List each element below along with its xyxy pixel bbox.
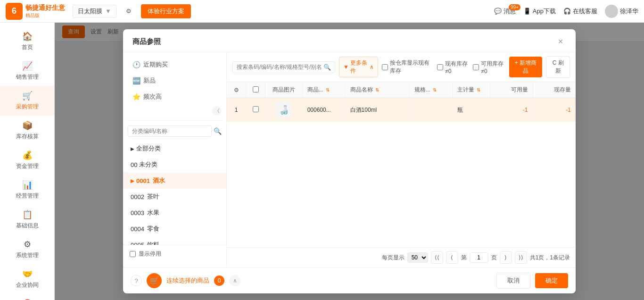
cart-button[interactable]: 🛒 [147, 273, 162, 288]
sidebar-label-home: 首页 [22, 43, 33, 51]
category-item-fruit[interactable]: 0003 水果 [123, 205, 226, 221]
row-name-cell: 白酒100ml [345, 98, 409, 122]
row-checkbox-cell[interactable] [246, 98, 265, 122]
inventory-icon: 📦 [22, 120, 33, 131]
product-search-input[interactable] [237, 64, 322, 70]
search-icon[interactable]: 🔍 [323, 64, 331, 71]
col-spec-header[interactable]: 规格... ⇅ [409, 82, 452, 98]
sidebar-item-sales[interactable]: 📈 销售管理 [0, 56, 54, 86]
footer-collapse-button[interactable]: ∧ [229, 275, 240, 286]
main-layout: 🏠 首页 📈 销售管理 🛒 采购管理 📦 库存核算 💰 资金管理 📊 经营管理 … [0, 23, 644, 300]
show-disabled-checkbox[interactable] [130, 251, 136, 257]
sidebar-item-basic-info[interactable]: 📋 基础信息 [0, 205, 54, 234]
sidebar-item-system[interactable]: ⚙ 系统管理 [0, 234, 54, 264]
sidebar-item-purchase[interactable]: 🛒 采购管理 [0, 86, 54, 116]
sidebar-label-finance: 资金管理 [16, 162, 39, 170]
sidebar-item-enterprise[interactable]: 🤝 企业协同 [0, 264, 54, 294]
logo-icon: 6 [6, 3, 23, 20]
col-name-header[interactable]: 商品名称 ⇅ [345, 82, 409, 98]
page-suffix-label: 页 [491, 254, 497, 262]
row-available-cell: -1 [490, 98, 533, 122]
online-service-nav-item[interactable]: 🎧 在线客服 [563, 7, 597, 16]
current-stock-checkbox-group[interactable]: 现有库存≠0 [437, 60, 469, 75]
col-settings[interactable]: ⚙ [227, 82, 246, 98]
sidebar-item-operation[interactable]: 📊 经营管理 [0, 175, 54, 205]
available-stock-checkbox-group[interactable]: 可用库存≠0 [473, 60, 505, 75]
cart-icon: 🛒 [149, 276, 159, 285]
dialog-close-button[interactable]: × [555, 36, 566, 47]
app-download-nav-item[interactable]: 📱 App下载 [523, 7, 556, 16]
category-item-all[interactable]: ▶ 全部分类 [123, 141, 226, 157]
panel-divider [128, 120, 222, 121]
sidebar-label-enterprise: 企业协同 [16, 281, 39, 289]
page-number-input[interactable] [470, 252, 488, 263]
category-snack-name: 零食 [147, 225, 159, 233]
frequent-tab[interactable]: ⭐ 频次高 [128, 89, 222, 104]
cancel-button[interactable]: 取消 [496, 273, 530, 289]
col-select-all[interactable] [246, 82, 265, 98]
category-item-beverage[interactable]: 0005 饮料 [123, 237, 226, 245]
help-button[interactable]: ? [131, 275, 142, 286]
sidebar-label-operation: 经营管理 [16, 192, 39, 200]
trial-button[interactable]: 体验行业方案 [141, 4, 191, 18]
row-checkbox[interactable] [253, 106, 259, 112]
refresh-button[interactable]: C 刷新 [546, 56, 570, 78]
row-image-cell: 🍶 [265, 98, 302, 122]
row-unit-cell: 瓶 [452, 98, 490, 122]
col-image-header: 商品图片 [265, 82, 302, 98]
store-dropdown-arrow: ▼ [105, 8, 111, 15]
warehouse-stock-checkbox-group[interactable]: 按仓库显示现有库存 [382, 59, 433, 75]
dialog-footer: ? 🛒 连续选择的商品 0 ∧ 取消 确定 [123, 267, 576, 293]
recent-icon: 🕐 [132, 61, 140, 68]
product-reference-dialog: 商品参照 × 🕐 近期购买 🆕 [123, 29, 576, 293]
filter-button[interactable]: ▼ 更多条件 ∧ [339, 57, 378, 77]
recent-purchase-tab[interactable]: 🕐 近期购买 [128, 57, 222, 72]
message-badge: 99+ [509, 4, 520, 10]
table-row[interactable]: 1 🍶 000600... 白酒100ml [227, 98, 576, 122]
per-page-label: 每页显示 [382, 254, 405, 262]
col-code-label: 商品... [307, 86, 323, 93]
sidebar-item-home[interactable]: 🏠 首页 [0, 26, 54, 56]
settings-icon-btn[interactable]: ⚙ [121, 4, 136, 19]
sidebar-item-inventory[interactable]: 📦 库存核算 [0, 116, 54, 145]
category-search-input[interactable] [128, 125, 212, 137]
row-code-cell: 000600... [302, 98, 345, 122]
logo-area: 6 畅捷通好生意 精品版 [6, 3, 65, 20]
total-records-label: 共1页，1条记录 [530, 254, 570, 262]
message-icon: 💬 [494, 8, 502, 15]
current-stock-checkbox[interactable] [437, 64, 443, 70]
username-label: 徐泽华 [620, 7, 638, 16]
left-panel-collapse-btn[interactable]: 《 [212, 106, 222, 116]
per-page-select[interactable]: 50 [407, 252, 428, 263]
last-page-button[interactable]: ⟩⟩ [515, 251, 527, 264]
filter-arrow-icon: ∧ [370, 64, 374, 70]
category-search-icon[interactable]: 🔍 [214, 127, 222, 135]
user-nav-item[interactable]: 徐泽华 [605, 5, 638, 18]
col-code-header[interactable]: 商品... ⇅ [302, 82, 345, 98]
next-page-button[interactable]: ⟩ [500, 251, 512, 264]
first-page-button[interactable]: ⟨⟨ [431, 251, 443, 264]
confirm-button[interactable]: 确定 [535, 273, 568, 288]
col-unit-header[interactable]: 主计量 ⇅ [452, 82, 490, 98]
show-disabled-toggle[interactable]: 显示停用 [123, 245, 226, 263]
category-item-tea[interactable]: 0002 茶叶 [123, 189, 226, 205]
messages-nav-item[interactable]: 💬 消息 99+ [494, 7, 516, 16]
home-icon: 🏠 [22, 31, 33, 42]
category-item-alcohol[interactable]: ▶ 0001 酒水 [123, 173, 226, 189]
new-products-tab[interactable]: 🆕 新品 [128, 73, 222, 88]
sidebar-item-finance[interactable]: 💰 资金管理 [0, 145, 54, 175]
prev-page-button[interactable]: ⟨ [446, 251, 458, 264]
warehouse-stock-checkbox[interactable] [382, 64, 388, 70]
online-service-label: 在线客服 [573, 7, 597, 16]
category-search-row: 🔍 [123, 124, 226, 139]
pagination-bar: 每页显示 50 ⟨⟨ ⟨ 第 页 ⟩ ⟩⟩ 共1页，1条记录 [227, 247, 576, 267]
store-name: 日太阳膜 [78, 7, 102, 16]
right-panel: 🔍 ▼ 更多条件 ∧ 按仓库显示现有库存 [227, 52, 576, 267]
select-all-checkbox[interactable] [253, 86, 259, 92]
sidebar-item-guide[interactable]: 🎯 新手引导 [0, 294, 54, 300]
category-item-snack[interactable]: 0004 零食 [123, 221, 226, 237]
category-item-unclassified[interactable]: 00 未分类 [123, 157, 226, 173]
add-product-button[interactable]: + 新增商品 [509, 57, 543, 77]
store-selector[interactable]: 日太阳膜 ▼ [73, 5, 116, 18]
available-stock-checkbox[interactable] [473, 64, 479, 70]
